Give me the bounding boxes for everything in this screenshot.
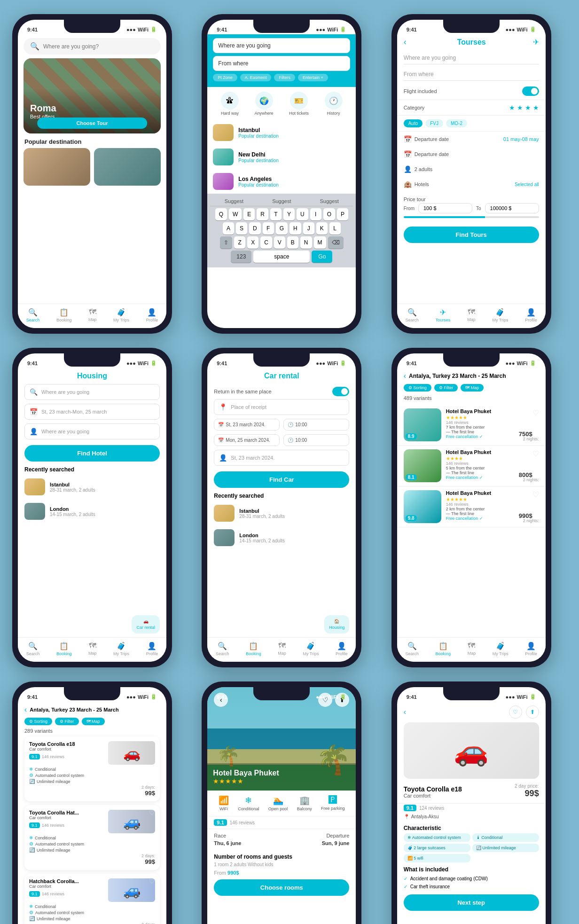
- cat-anywhere[interactable]: 🌍 Anywhere: [255, 92, 274, 116]
- cat-history[interactable]: 🕐 History: [325, 92, 343, 116]
- hotel-card-2[interactable]: 8.1 Hotel Baya Phuket ★★★★ 146 reviews 5…: [397, 446, 546, 486]
- car-detail-share-btn[interactable]: ⬆: [526, 705, 539, 719]
- cat-hot-tickets[interactable]: 🎫 Hot tickets: [289, 92, 309, 116]
- nav-profile-1[interactable]: 👤 Profile: [146, 308, 158, 322]
- home-search-bar[interactable]: 🔍: [23, 38, 161, 55]
- choose-rooms-button[interactable]: Choose rooms: [214, 879, 349, 896]
- nav-search-3[interactable]: 🔍 Search: [406, 308, 419, 322]
- car-filter-sorting[interactable]: ⚙ Sorting: [24, 718, 52, 725]
- cat-hardway[interactable]: 🛣 Hard way: [221, 92, 239, 116]
- destination-card-2[interactable]: [94, 148, 161, 186]
- date2-box[interactable]: 📅 Mon, 25 march 2024.: [214, 434, 280, 446]
- nav-search-6[interactable]: 🔍 Search: [405, 642, 419, 656]
- housing-floating-btn[interactable]: 🏠 Housing: [324, 615, 349, 634]
- dest-new-delhi[interactable]: New Delhi Popular destination: [207, 145, 356, 169]
- nav-map-6[interactable]: 🗺 Map: [468, 642, 476, 656]
- key-x[interactable]: X: [247, 236, 258, 249]
- nav-map-1[interactable]: 🗺 Map: [88, 308, 97, 322]
- filter-entertain[interactable]: Entertain +: [298, 74, 328, 81]
- nav-profile-4[interactable]: 👤 Profile: [146, 642, 158, 656]
- key-z[interactable]: Z: [234, 236, 245, 249]
- car3-heart-icon[interactable]: ♡: [149, 877, 155, 885]
- filter-sorting-6[interactable]: ⚙ Sorting: [404, 384, 431, 392]
- tag-fvj[interactable]: FVJ: [425, 119, 443, 127]
- key-k[interactable]: K: [316, 222, 328, 235]
- key-p[interactable]: P: [337, 208, 348, 220]
- time2-box[interactable]: 🕐 10:00: [283, 434, 349, 446]
- receipt-input[interactable]: 📍 Place of receipt: [214, 399, 349, 415]
- key-s[interactable]: S: [236, 222, 247, 235]
- nav-trips-1[interactable]: 🧳 My Trips: [113, 308, 129, 322]
- filter-filters[interactable]: Filters: [274, 74, 295, 81]
- housing-date-input[interactable]: 📅 St, 23 march-Mon, 25 march: [24, 404, 160, 420]
- car1-heart-icon[interactable]: ♡: [149, 740, 155, 748]
- key-backspace[interactable]: ⌫: [328, 236, 344, 249]
- key-e[interactable]: E: [243, 208, 255, 220]
- key-space[interactable]: space: [253, 251, 310, 263]
- key-t[interactable]: T: [270, 208, 282, 220]
- nav-booking-4[interactable]: 📋 Booking: [56, 642, 72, 656]
- key-d[interactable]: D: [249, 222, 261, 235]
- find-hotel-button[interactable]: Find Hotel: [24, 445, 160, 462]
- tag-mo2[interactable]: MO-2: [446, 119, 467, 127]
- nav-search-5[interactable]: 🔍 Search: [216, 642, 229, 656]
- choose-tour-button[interactable]: Choose Tour: [37, 117, 147, 129]
- key-v[interactable]: V: [274, 236, 285, 249]
- nav-tourses-3[interactable]: ✈ Tourses: [436, 308, 451, 322]
- filter-filter-6[interactable]: ⚙ Filter: [434, 384, 458, 392]
- recent-istanbul-5[interactable]: Istanbul 28-31 march, 2 adults: [207, 501, 356, 525]
- car-filter-map[interactable]: 🗺 Map: [82, 718, 105, 725]
- filter-pt-zone[interactable]: Pt Zone: [213, 74, 237, 81]
- key-l[interactable]: L: [329, 222, 341, 235]
- key-i[interactable]: I: [310, 208, 321, 220]
- from-input[interactable]: From where: [213, 56, 350, 71]
- key-w[interactable]: W: [229, 208, 242, 220]
- tours-back-icon[interactable]: ‹: [404, 37, 407, 47]
- tag-auto[interactable]: Auto: [404, 119, 423, 127]
- nav-search-1[interactable]: 🔍 Search: [26, 308, 40, 322]
- nav-profile-6[interactable]: 👤 Profile: [525, 642, 537, 656]
- filter-map-6[interactable]: 🗺 Map: [461, 384, 484, 392]
- key-123[interactable]: 123: [231, 251, 251, 263]
- nav-profile-5[interactable]: 👤 Profile: [336, 642, 348, 656]
- dest-istanbul[interactable]: Istanbul Popular destination: [207, 120, 356, 145]
- key-c[interactable]: C: [260, 236, 272, 249]
- key-g[interactable]: G: [276, 222, 288, 235]
- key-o[interactable]: O: [323, 208, 335, 220]
- return-same-toggle[interactable]: [332, 387, 349, 396]
- key-q[interactable]: Q: [215, 208, 227, 220]
- key-u[interactable]: U: [297, 208, 308, 220]
- next-step-button[interactable]: Next step: [404, 894, 539, 911]
- housing-where-input[interactable]: 🔍 Where are you going: [24, 384, 160, 400]
- nav-trips-3[interactable]: 🧳 My Trips: [492, 308, 508, 322]
- car-rental-floating-btn[interactable]: 🚗 Car rental: [132, 615, 160, 634]
- hotel-results-back-icon[interactable]: ‹: [404, 372, 406, 380]
- tours-filter-icon[interactable]: ✈: [533, 38, 539, 47]
- key-shift[interactable]: ⇧: [220, 236, 232, 249]
- find-car-button[interactable]: Find Car: [214, 471, 349, 488]
- nav-booking-6[interactable]: 📋 Booking: [436, 642, 451, 656]
- nav-map-3[interactable]: 🗺 Map: [467, 308, 476, 322]
- key-h[interactable]: H: [290, 222, 301, 235]
- car-card-1[interactable]: Toyota Corolla e18 Car comfort 9.1 146 r…: [24, 736, 160, 801]
- hotel2-heart-icon[interactable]: ♡: [532, 449, 539, 458]
- key-n[interactable]: N: [300, 236, 312, 249]
- nav-trips-5[interactable]: 🧳 My Trips: [303, 642, 319, 656]
- price-from-input[interactable]: 100 $: [418, 203, 472, 213]
- car-card-3[interactable]: Hatchback Corolla... Car comfort 9.1 146…: [24, 874, 160, 924]
- tours-where-input[interactable]: Where are you going: [404, 52, 539, 64]
- key-a[interactable]: A: [223, 222, 234, 235]
- find-tours-button[interactable]: Find Tours: [404, 227, 539, 243]
- tours-from-input[interactable]: From where: [404, 68, 539, 81]
- destination-card-1[interactable]: [23, 148, 90, 186]
- filter-easment[interactable]: A. Easment: [240, 74, 272, 81]
- search-input[interactable]: [43, 43, 154, 50]
- key-r[interactable]: R: [257, 208, 268, 220]
- flight-toggle[interactable]: [522, 86, 539, 96]
- going-input[interactable]: Where are you going: [213, 38, 350, 53]
- time1-box[interactable]: 🕐 10:00: [283, 419, 349, 431]
- housing-guests-input[interactable]: 👤 Where are you going: [24, 423, 160, 439]
- key-b[interactable]: B: [287, 236, 298, 249]
- nav-trips-4[interactable]: 🧳 My Trips: [113, 642, 129, 656]
- recent-istanbul-4[interactable]: Istanbul 28-31 march, 2 adults: [18, 475, 166, 499]
